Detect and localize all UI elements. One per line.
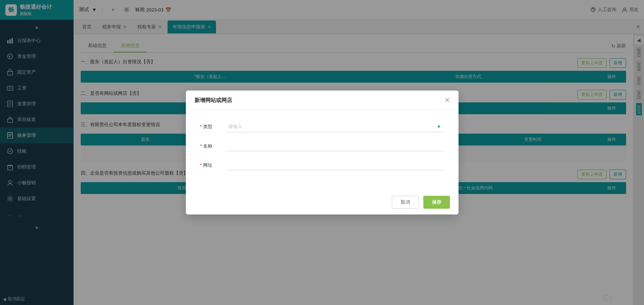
modal-body: * 类型 请输入 ▼ * 名称 * 网址	[186, 110, 459, 190]
modal-header: 新增网站或网店 ✕	[186, 91, 459, 110]
save-button[interactable]: 保存	[423, 196, 450, 209]
required-star-type: *	[200, 124, 202, 129]
modal-add-website: 新增网站或网店 ✕ * 类型 请输入 ▼ * 名称	[186, 91, 459, 214]
type-placeholder: 请输入	[228, 123, 242, 130]
type-dropdown-icon: ▼	[437, 124, 441, 129]
url-input[interactable]	[225, 160, 444, 170]
form-field-name: * 名称	[200, 141, 444, 151]
modal-overlay[interactable]: 新增网站或网店 ✕ * 类型 请输入 ▼ * 名称	[0, 0, 644, 305]
form-label-url: * 网址	[200, 162, 222, 168]
form-label-type: * 类型	[200, 124, 222, 130]
form-field-url: * 网址	[200, 160, 444, 170]
type-select-wrapper[interactable]: 请输入 ▼	[225, 121, 444, 132]
modal-title: 新增网站或网店	[194, 97, 232, 104]
form-field-type: * 类型 请输入 ▼	[200, 121, 444, 132]
cancel-button[interactable]: 取消	[392, 196, 419, 209]
name-input[interactable]	[225, 141, 444, 151]
form-label-name: * 名称	[200, 143, 222, 149]
modal-close-icon[interactable]: ✕	[445, 96, 450, 104]
modal-footer: 取消 保存	[186, 190, 459, 214]
required-star-url: *	[200, 162, 202, 168]
required-star-name: *	[200, 143, 202, 149]
